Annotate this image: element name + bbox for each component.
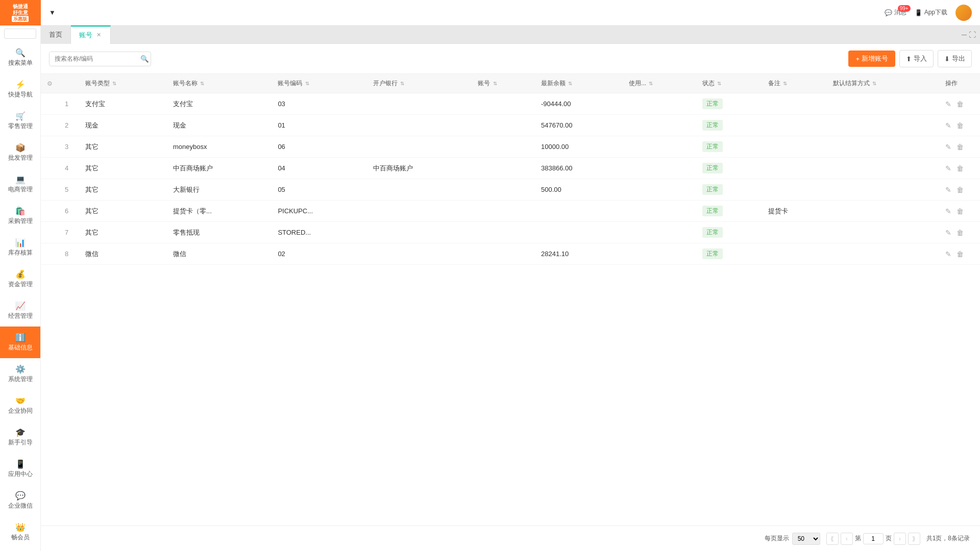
row-settings-cell — [41, 93, 59, 115]
edit-icon[interactable]: ✎ — [945, 229, 951, 237]
row-status-cell: 正常 — [696, 158, 762, 179]
row-status-cell: 正常 — [696, 115, 762, 136]
sidebar-item-basic[interactable]: ℹ️ 基础信息 — [0, 327, 40, 358]
sort-arrows-settlement: ⇅ — [872, 81, 876, 86]
row-action-icons: ✎ 🗑 — [945, 143, 974, 151]
sidebar-item-search-menu[interactable]: 🔍 搜索菜单 — [0, 42, 40, 73]
pagination-prev-button[interactable]: ‹ — [841, 533, 853, 545]
appcenter-icon: 📱 — [15, 459, 26, 469]
row-action-icons: ✎ 🗑 — [945, 250, 974, 258]
row-actions-cell: ✎ 🗑 — [939, 93, 980, 115]
col-account-type[interactable]: 账号类型 ⇅ — [79, 74, 167, 93]
newbie-icon: 🎓 — [15, 428, 26, 437]
col-account-name[interactable]: 账号名称 ⇅ — [167, 74, 272, 93]
sidebar-item-ecommerce[interactable]: 💻 电商管理 — [0, 168, 40, 200]
row-remark-cell — [762, 115, 827, 136]
topbar-left: ▼ — [49, 9, 56, 16]
row-action-icons: ✎ 🗑 — [945, 229, 974, 237]
status-badge: 正常 — [702, 98, 723, 109]
edit-icon[interactable]: ✎ — [945, 250, 951, 258]
tab-account[interactable]: 账号 ✕ — [71, 26, 111, 44]
row-status-cell: 正常 — [696, 136, 762, 158]
row-account-code-cell: 02 — [272, 243, 367, 265]
agreement-icon: 🤝 — [15, 396, 26, 406]
add-account-button[interactable]: + 新增账号 — [848, 51, 895, 67]
tab-maximize-icon[interactable]: ⛶ — [969, 31, 976, 39]
tab-actions: ─ ⛶ — [958, 31, 980, 39]
sort-arrows-type: ⇅ — [112, 81, 116, 86]
col-account-no[interactable]: 账号 ⇅ — [472, 74, 535, 93]
tab-minimize-icon[interactable]: ─ — [962, 31, 967, 39]
edit-icon[interactable]: ✎ — [945, 186, 951, 194]
page-number-input[interactable] — [863, 533, 884, 544]
delete-icon[interactable]: 🗑 — [957, 121, 964, 130]
tab-home-label: 首页 — [49, 30, 62, 39]
sidebar-item-purchase[interactable]: 🛍️ 采购管理 — [0, 200, 40, 232]
row-account-no-cell — [472, 115, 535, 136]
tab-home[interactable]: 首页 — [41, 26, 71, 44]
topbar-org-dropdown[interactable]: ▼ — [49, 9, 56, 16]
message-button[interactable]: 💬 消息 99+ — [885, 8, 906, 17]
edit-icon[interactable]: ✎ — [945, 164, 951, 172]
col-account-code[interactable]: 账号编码 ⇅ — [272, 74, 367, 93]
delete-icon[interactable]: 🗑 — [957, 164, 964, 172]
edit-icon[interactable]: ✎ — [945, 121, 951, 130]
pagination-first-button[interactable]: ⟪ — [826, 533, 839, 545]
import-button[interactable]: ⬆ 导入 — [899, 50, 934, 67]
row-actions-cell: ✎ 🗑 — [939, 222, 980, 243]
retail-icon: 🛒 — [15, 111, 26, 121]
delete-icon[interactable]: 🗑 — [957, 207, 964, 215]
edit-icon[interactable]: ✎ — [945, 143, 951, 151]
sidebar-search-input[interactable] — [4, 29, 36, 39]
row-usage-cell — [623, 243, 696, 265]
delete-icon[interactable]: 🗑 — [957, 250, 964, 258]
sidebar-item-inventory[interactable]: 📊 库存核算 — [0, 232, 40, 263]
row-usage-cell — [623, 93, 696, 115]
sidebar-item-operations[interactable]: 📈 经营管理 — [0, 295, 40, 327]
edit-icon[interactable]: ✎ — [945, 100, 951, 108]
row-bank-cell — [367, 115, 472, 136]
user-avatar[interactable] — [955, 5, 972, 21]
pagination-last-button[interactable]: ⟫ — [908, 533, 920, 545]
tab-close-icon[interactable]: ✕ — [95, 32, 102, 38]
row-usage-cell — [623, 136, 696, 158]
delete-icon[interactable]: 🗑 — [957, 143, 964, 151]
sidebar-item-retail[interactable]: 🛒 零售管理 — [0, 105, 40, 137]
col-remark[interactable]: 备注 ⇅ — [762, 74, 827, 93]
sidebar-item-member[interactable]: 👑 畅会员 — [0, 516, 40, 548]
total-records: 共1页，8条记录 — [926, 534, 970, 543]
export-button[interactable]: ⬇ 导出 — [938, 50, 972, 67]
col-balance[interactable]: 最新余额 ⇅ — [535, 74, 623, 93]
sidebar-item-finance[interactable]: 💰 资金管理 — [0, 263, 40, 295]
add-icon: + — [855, 55, 860, 63]
pagination-next-button[interactable]: › — [894, 533, 906, 545]
delete-icon[interactable]: 🗑 — [957, 100, 964, 108]
col-usage[interactable]: 使用... ⇅ — [623, 74, 696, 93]
sidebar-item-label: 基础信息 — [8, 343, 33, 352]
sidebar-item-label: 系统管理 — [8, 375, 33, 384]
row-account-name-cell: 微信 — [167, 243, 272, 265]
sidebar-item-newbie[interactable]: 🎓 新手引导 — [0, 421, 40, 453]
sidebar-item-label: 企业微信 — [8, 502, 33, 510]
search-input[interactable] — [50, 52, 136, 65]
delete-icon[interactable]: 🗑 — [957, 186, 964, 194]
search-button[interactable]: 🔍 — [136, 52, 151, 66]
sidebar-item-agreement[interactable]: 🤝 企业协同 — [0, 390, 40, 421]
row-action-icons: ✎ 🗑 — [945, 100, 974, 108]
row-settings-cell — [41, 179, 59, 201]
per-page-label: 每页显示 — [765, 534, 789, 543]
sidebar-item-wholesale[interactable]: 📦 批发管理 — [0, 137, 40, 168]
sidebar-item-appcenter[interactable]: 📱 应用中心 — [0, 453, 40, 485]
col-default-settlement[interactable]: 默认结算方式 ⇅ — [827, 74, 939, 93]
col-bank[interactable]: 开户银行 ⇅ — [367, 74, 472, 93]
per-page-select[interactable]: 50 10 20 100 — [792, 533, 820, 545]
row-account-no-cell — [472, 158, 535, 179]
sidebar-item-wechat[interactable]: 💬 企业微信 — [0, 485, 40, 516]
sidebar-item-quick-nav[interactable]: ⚡ 快捷导航 — [0, 73, 40, 105]
app-download-button[interactable]: 📱 App下载 — [915, 8, 947, 17]
edit-icon[interactable]: ✎ — [945, 207, 951, 215]
sidebar-item-system[interactable]: ⚙️ 系统管理 — [0, 358, 40, 390]
delete-icon[interactable]: 🗑 — [957, 229, 964, 237]
column-settings-icon[interactable]: ⚙ — [47, 80, 53, 87]
col-status[interactable]: 状态 ⇅ — [696, 74, 762, 93]
